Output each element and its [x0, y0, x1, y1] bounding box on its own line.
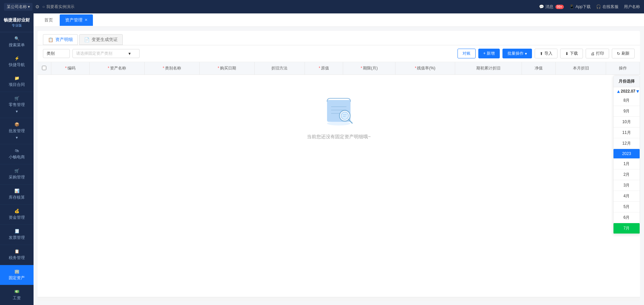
import-icon: ⬆: [540, 51, 543, 56]
category-select[interactable]: 类别: [43, 49, 70, 58]
tab-asset-mgmt[interactable]: 资产管理 ✕: [60, 14, 93, 26]
col-category: *类别名称: [144, 62, 199, 75]
change-voucher-icon: 📄: [84, 37, 90, 42]
project-icon: 📁: [14, 76, 19, 81]
empty-text: 当前您还没有固定资产明细哦~: [307, 134, 371, 140]
col-net-value: 净值: [522, 62, 556, 75]
sidebar-item-retail[interactable]: 🛒 零售管理 ▾: [0, 92, 34, 118]
toolbar-right: 对账 + 新增 批量操作 ▾ ⬆ 导入: [458, 49, 635, 58]
sidebar-item-purchase[interactable]: 🛒 采购管理: [0, 164, 34, 185]
asset-detail-icon: 📋: [48, 37, 53, 42]
month-down-btn[interactable]: ▼: [635, 89, 640, 94]
horizontal-scrollbar[interactable]: [38, 297, 640, 301]
message-label: 消息: [545, 4, 553, 10]
tab-home[interactable]: 首页: [39, 14, 58, 26]
sidebar-item-label: 采购管理: [9, 174, 25, 180]
refresh-btn[interactable]: ↻ 刷新: [612, 49, 635, 58]
download-btn[interactable]: ⬇ 下载: [560, 49, 583, 58]
refresh-btn-label: 刷新: [622, 51, 630, 56]
inventory-icon: 📊: [14, 189, 19, 193]
search-icon: 🔍: [14, 36, 19, 41]
col-purchase-date: *购买日期: [199, 62, 254, 75]
month-item-7[interactable]: 2月: [613, 169, 640, 180]
month-item-3[interactable]: 11月: [613, 128, 640, 138]
sidebar-item-label: 资金管理: [9, 215, 25, 220]
col-name: *资产名称: [90, 62, 145, 75]
sub-tab-asset-detail[interactable]: 📋 资产明细: [43, 34, 78, 45]
category-dropdown[interactable]: 请选择固定资产类别 ▾: [72, 49, 140, 58]
sub-tab-change-voucher[interactable]: 📄 变更生成凭证: [79, 34, 123, 45]
category-label: 类别: [47, 51, 55, 56]
fixed-assets-icon: 🏢: [14, 269, 19, 274]
download-btn-label: 下载: [570, 51, 578, 56]
sidebar-item-tax[interactable]: 📋 税务管理: [0, 245, 34, 265]
reconcile-btn-label: 对账: [463, 51, 471, 56]
headset-icon: 🎧: [596, 4, 601, 9]
month-item-6[interactable]: 1月: [613, 159, 640, 169]
print-btn[interactable]: 🖨 打印: [586, 49, 609, 58]
app-logo: 畅捷通好业财 专业版: [0, 13, 34, 32]
sidebar-item-invoice[interactable]: 🧾 发票管理: [0, 225, 34, 245]
company-name: 某公司名称: [7, 4, 27, 9]
message-badge: 99+: [555, 5, 564, 9]
message-icon: 💬: [539, 4, 544, 9]
batch-btn[interactable]: 批量操作 ▾: [502, 49, 532, 58]
mobile-icon: 📱: [569, 4, 574, 9]
col-monthly-depreciation: 本月折旧: [555, 62, 606, 75]
sidebar-quick-nav[interactable]: ⚡ 快捷导航: [0, 52, 34, 72]
sidebar-search[interactable]: 🔍 搜索菜单: [0, 32, 34, 52]
col-residual-rate: *残值率(%): [395, 62, 455, 75]
finance-icon: 💰: [14, 209, 19, 213]
month-item-2[interactable]: 10月: [613, 117, 640, 128]
add-btn-label: + 新增: [483, 51, 495, 56]
reconcile-btn[interactable]: 对账: [458, 49, 476, 58]
content-with-picker: *编码 *资产名称 *类别名称: [38, 62, 640, 301]
ecommerce-icon: 🛍: [15, 148, 19, 153]
select-all-checkbox[interactable]: [42, 66, 46, 70]
sidebar-item-inventory[interactable]: 📊 库存核算: [0, 185, 34, 205]
batch-btn-label: 批量操作: [507, 51, 524, 56]
app-download-btn[interactable]: 📱 App下载: [569, 4, 591, 10]
settings-icon[interactable]: ⚙: [35, 4, 40, 9]
sidebar-item-label: 项目合同: [9, 82, 25, 88]
sub-tab-change-voucher-label: 变更生成凭证: [92, 37, 118, 43]
month-item-1[interactable]: 9月: [613, 106, 640, 117]
sidebar-item-salary[interactable]: 💵 工资: [0, 285, 34, 305]
sidebar-item-project[interactable]: 📁 项目合同: [0, 72, 34, 92]
user-name: 用户名称: [624, 4, 640, 10]
table-header-checkbox: [38, 62, 51, 75]
sidebar-item-ecommerce[interactable]: 🛍 小畅电商: [0, 144, 34, 164]
page-content: 📋 资产明细 📄 变更生成凭证 类别 请选择固: [34, 27, 644, 305]
month-item-12[interactable]: 7月: [613, 223, 640, 234]
month-item-11[interactable]: 6月: [613, 212, 640, 223]
month-item-8[interactable]: 3月: [613, 180, 640, 191]
month-item-0[interactable]: 8月: [613, 95, 640, 106]
search-label: 搜索菜单: [9, 42, 25, 48]
category-dropdown-placeholder: 请选择固定资产类别: [76, 51, 126, 56]
empty-state: 当前您还没有固定资产明细哦~: [38, 75, 640, 153]
asset-table: *编码 *资产名称 *类别名称: [38, 62, 640, 75]
sidebar-item-finance[interactable]: 💰 资金管理: [0, 205, 34, 225]
company-selector[interactable]: 某公司名称 ▾: [4, 3, 33, 11]
add-btn[interactable]: + 新增: [478, 49, 500, 58]
month-up-btn[interactable]: ▲: [616, 89, 621, 94]
sidebar-item-fixed-assets[interactable]: 🏢 固定资产: [0, 265, 34, 285]
month-item-5[interactable]: 2023: [613, 149, 640, 159]
toolbar-left: 类别 请选择固定资产类别 ▾: [43, 49, 455, 58]
import-btn[interactable]: ⬆ 导入: [535, 49, 557, 58]
tab-close-icon[interactable]: ✕: [85, 18, 88, 22]
month-item-9[interactable]: 4月: [613, 191, 640, 202]
user-menu[interactable]: 用户名称: [624, 4, 640, 10]
message-btn[interactable]: 💬 消息 99+: [539, 4, 564, 10]
chevron-icon: ▾: [16, 109, 18, 114]
purchase-icon: 🛒: [14, 168, 19, 173]
month-item-4[interactable]: 12月: [613, 138, 640, 149]
month-picker-title: 月份选择: [619, 79, 635, 84]
sidebar-item-batch[interactable]: 📦 批发管理 ▾: [0, 118, 34, 144]
online-service-btn[interactable]: 🎧 在线客服: [596, 4, 619, 10]
month-item-10[interactable]: 5月: [613, 202, 640, 212]
demo-link[interactable]: ○ 我要看实例演示: [42, 4, 74, 10]
top-bar: 某公司名称 ▾ ⚙ ○ 我要看实例演示 💬 消息 99+ 📱 App下载 🎧 在…: [0, 0, 644, 13]
nav-icon: ⚡: [14, 56, 19, 61]
svg-point-0: [327, 121, 351, 125]
